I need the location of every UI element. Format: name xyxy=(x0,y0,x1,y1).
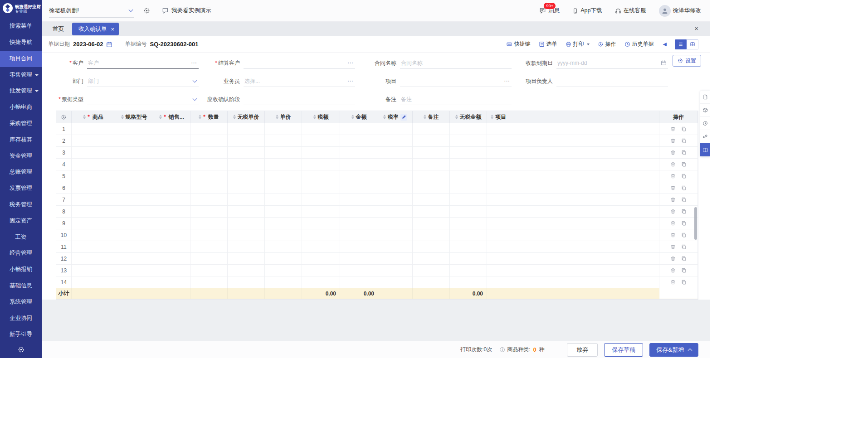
cell-sales[interactable] xyxy=(153,123,190,135)
cell-project[interactable] xyxy=(487,218,659,229)
cell-tax[interactable] xyxy=(302,147,340,158)
cell-no_tax_price[interactable] xyxy=(228,170,265,182)
cell-product[interactable] xyxy=(72,123,115,135)
due-date-input[interactable] xyxy=(556,60,668,66)
cell-no_tax_amount[interactable] xyxy=(450,253,487,264)
side-tool-document-button[interactable] xyxy=(700,91,710,104)
sidebar-item-basic-info[interactable]: 基础信息 xyxy=(0,278,42,294)
cell-no_tax_amount[interactable] xyxy=(450,276,487,288)
print-button[interactable]: 打印 xyxy=(566,40,590,48)
save-draft-button[interactable]: 保存草稿 xyxy=(604,343,643,357)
delete-row-icon[interactable] xyxy=(670,197,676,203)
cell-tax[interactable] xyxy=(302,206,340,217)
delete-row-icon[interactable] xyxy=(670,256,676,262)
sidebar-settings-button[interactable] xyxy=(0,343,42,358)
cell-tax[interactable] xyxy=(302,229,340,241)
cell-amount[interactable] xyxy=(340,170,378,182)
cell-no_tax_amount[interactable] xyxy=(450,123,487,135)
delete-row-icon[interactable] xyxy=(670,279,676,285)
copy-row-icon[interactable] xyxy=(681,220,687,226)
cell-no_tax_price[interactable] xyxy=(228,135,265,146)
copy-row-icon[interactable] xyxy=(681,279,687,285)
cell-sales[interactable] xyxy=(153,276,190,288)
cell-remark[interactable] xyxy=(413,159,450,170)
project-leader-input[interactable] xyxy=(556,78,668,84)
cell-spec[interactable] xyxy=(115,170,153,182)
cell-price[interactable] xyxy=(265,147,302,158)
cell-sales[interactable] xyxy=(153,194,190,205)
cell-amount[interactable] xyxy=(340,194,378,205)
cell-no_tax_price[interactable] xyxy=(228,253,265,264)
cell-product[interactable] xyxy=(72,229,115,241)
cell-remark[interactable] xyxy=(413,206,450,217)
side-tool-history-button[interactable] xyxy=(700,117,710,130)
copy-row-icon[interactable] xyxy=(681,197,687,203)
delete-row-icon[interactable] xyxy=(670,232,676,238)
ellipsis-picker-icon[interactable]: ⋯ xyxy=(191,57,197,68)
cell-no_tax_amount[interactable] xyxy=(450,206,487,217)
sidebar-item-inventory-accounting[interactable]: 库存核算 xyxy=(0,132,42,148)
column-header-no_tax_amount[interactable]: 无税金额 xyxy=(450,111,487,123)
column-header-spec[interactable]: 规格型号 xyxy=(115,111,153,123)
sidebar-item-project-contract[interactable]: 项目合同 xyxy=(0,51,42,67)
gear-icon[interactable] xyxy=(143,7,150,14)
cell-sales[interactable] xyxy=(153,229,190,241)
calendar-icon[interactable] xyxy=(661,57,667,68)
cell-no_tax_price[interactable] xyxy=(228,241,265,252)
cell-spec[interactable] xyxy=(115,206,153,217)
cell-qty[interactable] xyxy=(190,194,228,205)
cell-spec[interactable] xyxy=(115,135,153,146)
cell-tax_rate[interactable] xyxy=(378,253,413,264)
cell-amount[interactable] xyxy=(340,265,378,276)
tab-close-icon[interactable]: × xyxy=(111,26,115,32)
chevron-down-icon[interactable] xyxy=(193,93,197,105)
settings-button[interactable]: 设置 xyxy=(673,55,701,67)
cell-tax_rate[interactable] xyxy=(378,229,413,241)
cell-price[interactable] xyxy=(265,123,302,135)
column-header-tax_rate[interactable]: 税率 xyxy=(378,111,413,123)
doc-date-value[interactable]: 2023-06-02 xyxy=(73,41,103,48)
cell-tax_rate[interactable] xyxy=(378,265,413,276)
cell-project[interactable] xyxy=(487,229,659,241)
cell-sales[interactable] xyxy=(153,182,190,194)
sidebar-item-ecommerce[interactable]: 小畅电商 xyxy=(0,99,42,116)
cell-amount[interactable] xyxy=(340,135,378,146)
cell-price[interactable] xyxy=(265,276,302,288)
cell-project[interactable] xyxy=(487,170,659,182)
discard-button[interactable]: 放弃 xyxy=(567,343,598,357)
cell-qty[interactable] xyxy=(190,123,228,135)
cell-product[interactable] xyxy=(72,147,115,158)
messages-button[interactable]: 99+ 消息 xyxy=(539,7,560,15)
delete-row-icon[interactable] xyxy=(670,208,676,214)
cell-spec[interactable] xyxy=(115,147,153,158)
sidebar-item-fixed-assets[interactable]: 固定资产 xyxy=(0,213,42,229)
table-scrollbar[interactable] xyxy=(694,207,697,240)
column-header-remark[interactable]: 备注 xyxy=(413,111,450,123)
sidebar-item-enterprise-collab[interactable]: 企业协同 xyxy=(0,310,42,327)
column-header-project[interactable]: 项目 xyxy=(487,111,659,123)
cell-project[interactable] xyxy=(487,194,659,205)
cell-sales[interactable] xyxy=(153,253,190,264)
sidebar-item-funds-mgmt[interactable]: 资金管理 xyxy=(0,148,42,165)
cell-no_tax_price[interactable] xyxy=(228,159,265,170)
cell-product[interactable] xyxy=(72,194,115,205)
cell-no_tax_price[interactable] xyxy=(228,276,265,288)
cell-no_tax_amount[interactable] xyxy=(450,194,487,205)
column-header-sales[interactable]: *销售... xyxy=(153,111,190,123)
cell-product[interactable] xyxy=(72,241,115,252)
cell-product[interactable] xyxy=(72,253,115,264)
cell-tax[interactable] xyxy=(302,194,340,205)
column-header-product[interactable]: *商品 xyxy=(72,111,115,123)
cell-price[interactable] xyxy=(265,206,302,217)
cell-project[interactable] xyxy=(487,206,659,217)
column-header-no_tax_price[interactable]: 无税单价 xyxy=(228,111,265,123)
sidebar-item-operation-mgmt[interactable]: 经营管理 xyxy=(0,245,42,262)
cell-price[interactable] xyxy=(265,218,302,229)
cell-tax_rate[interactable] xyxy=(378,170,413,182)
cell-project[interactable] xyxy=(487,123,659,135)
cell-remark[interactable] xyxy=(413,218,450,229)
copy-row-icon[interactable] xyxy=(681,244,687,250)
column-header-price[interactable]: 单价 xyxy=(265,111,302,123)
cell-product[interactable] xyxy=(72,218,115,229)
column-header-tax[interactable]: 税额 xyxy=(302,111,340,123)
